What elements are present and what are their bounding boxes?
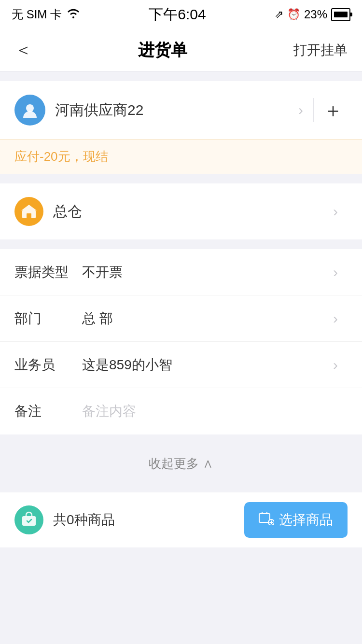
- svg-rect-4: [22, 516, 36, 526]
- product-count: 共0种商品: [53, 511, 244, 529]
- status-left: 无 SIM 卡: [12, 7, 80, 22]
- back-button[interactable]: ＜: [14, 38, 32, 62]
- status-time: 下午6:04: [149, 5, 206, 25]
- location-icon: ⇗: [275, 8, 283, 21]
- wifi-icon: [67, 8, 80, 21]
- dept-chevron-icon: ›: [333, 310, 338, 327]
- warehouse-icon: [14, 197, 43, 226]
- supplier-row[interactable]: 河南供应商22 › ＋: [0, 81, 362, 139]
- carrier-label: 无 SIM 卡: [12, 7, 62, 22]
- remark-input[interactable]: 备注内容: [82, 402, 348, 420]
- nav-bar: ＜ 进货单 打开挂单: [0, 29, 362, 71]
- supplier-chevron-icon: ›: [298, 102, 303, 118]
- add-supplier-button[interactable]: ＋: [319, 97, 348, 124]
- page-title: 进货单: [138, 39, 187, 61]
- supplier-divider: [313, 98, 314, 122]
- sales-chevron-icon: ›: [333, 357, 338, 373]
- battery-icon: [331, 8, 350, 21]
- remark-label: 备注: [14, 402, 72, 420]
- alarm-icon: ⏰: [287, 8, 300, 21]
- warehouse-chevron-icon: ›: [333, 203, 338, 220]
- select-product-button[interactable]: 选择商品: [244, 502, 348, 538]
- sales-label: 业务员: [14, 356, 72, 374]
- status-bar: 无 SIM 卡 下午6:04 ⇗ ⏰ 23%: [0, 0, 362, 29]
- invoice-value: 不开票: [82, 263, 333, 281]
- notice-bar: 应付-20元，现结: [0, 139, 362, 174]
- svg-point-0: [26, 104, 34, 112]
- battery-label: 23%: [304, 8, 327, 21]
- dept-value: 总 部: [82, 309, 333, 328]
- collapse-bar[interactable]: 收起更多 ∧: [0, 444, 362, 483]
- dept-label: 部门: [14, 309, 72, 328]
- sales-value: 这是859的小智: [82, 356, 333, 374]
- invoice-label: 票据类型: [14, 263, 72, 281]
- supplier-avatar: [14, 95, 45, 126]
- supplier-card: 河南供应商22 › ＋ 应付-20元，现结: [0, 81, 362, 174]
- dept-row[interactable]: 部门 总 部 ›: [0, 295, 362, 342]
- sales-row[interactable]: 业务员 这是859的小智 ›: [0, 342, 362, 388]
- notice-text: 应付-20元，现结: [14, 149, 108, 164]
- select-product-icon: [259, 512, 274, 529]
- section-gap-1: [0, 71, 362, 81]
- open-pending-button[interactable]: 打开挂单: [293, 41, 348, 59]
- warehouse-row[interactable]: 总仓 ›: [0, 183, 362, 239]
- collapse-label: 收起更多 ∧: [149, 455, 213, 472]
- remark-row[interactable]: 备注 备注内容: [0, 388, 362, 434]
- invoice-type-row[interactable]: 票据类型 不开票 ›: [0, 249, 362, 295]
- svg-rect-3: [27, 213, 31, 218]
- bottom-bar: 共0种商品 选择商品: [0, 492, 362, 547]
- select-product-label: 选择商品: [279, 511, 333, 529]
- warehouse-name: 总仓: [53, 202, 333, 222]
- supplier-name: 河南供应商22: [55, 100, 298, 120]
- svg-marker-2: [21, 205, 37, 210]
- status-right: ⇗ ⏰ 23%: [275, 8, 350, 21]
- invoice-chevron-icon: ›: [333, 264, 338, 280]
- product-icon: [14, 505, 43, 534]
- form-section: 票据类型 不开票 › 部门 总 部 › 业务员 这是859的小智 › 备注 备注…: [0, 249, 362, 434]
